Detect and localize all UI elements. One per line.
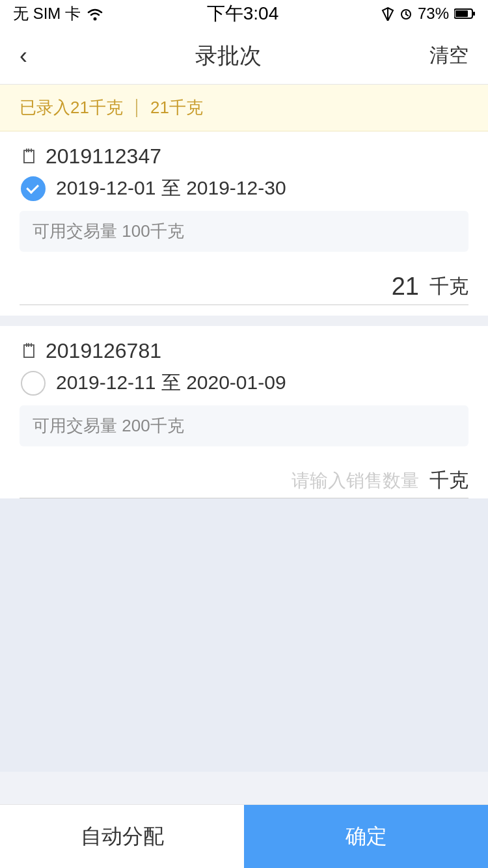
summary-bar: 已录入21千克 21千克 [0, 85, 488, 131]
summary-divider [136, 99, 137, 117]
sim-label: 无 SIM 卡 [13, 3, 81, 24]
batch-id-2: 2019126781 [46, 339, 161, 363]
status-right: 73% [381, 5, 475, 23]
clear-button[interactable]: 清空 [429, 42, 468, 69]
amount-underline-1 [20, 305, 468, 305]
batch-doc-icon-1: 🗒 [20, 146, 39, 168]
batch-date-1: 2019-12-01 至 2019-12-30 [56, 175, 286, 202]
status-left: 无 SIM 卡 [13, 3, 104, 24]
bottom-buttons: 自动分配 确定 [0, 804, 488, 868]
batch-radio-2[interactable] [21, 371, 46, 396]
batch-avail-2: 可用交易量 200千克 [20, 405, 468, 446]
amount-input-1[interactable] [315, 273, 419, 301]
back-button[interactable]: ‹ [20, 42, 27, 70]
amount-unit-1: 千克 [429, 273, 468, 300]
batch-date-row-1[interactable]: 2019-12-01 至 2019-12-30 [20, 175, 468, 202]
battery-icon [454, 8, 475, 20]
wifi-icon [86, 7, 104, 21]
batch-date-row-2[interactable]: 2019-12-11 至 2020-01-09 [20, 370, 468, 396]
page-title: 录批次 [195, 41, 262, 71]
batch-date-2: 2019-12-11 至 2020-01-09 [56, 370, 286, 396]
svg-line-3 [406, 14, 408, 16]
amount-unit-2: 千克 [429, 467, 468, 494]
batch-avail-1: 可用交易量 100千克 [20, 211, 468, 252]
battery-percent: 73% [418, 5, 449, 23]
batch-header-2: 🗒 2019126781 [20, 339, 468, 363]
amount-row-2: 千克 [0, 457, 488, 494]
status-time: 下午3:04 [207, 1, 279, 26]
batch-doc-icon-2: 🗒 [20, 340, 39, 362]
svg-rect-5 [473, 12, 475, 16]
auto-distribute-button[interactable]: 自动分配 [0, 805, 244, 868]
summary-recorded-label: 已录入21千克 [20, 96, 123, 119]
batch-item-2: 🗒 2019126781 2019-12-11 至 2020-01-09 可用交… [0, 326, 488, 498]
confirm-button[interactable]: 确定 [244, 805, 488, 868]
nav-bar: ‹ 录批次 清空 [0, 27, 488, 85]
amount-row-1: 千克 [0, 262, 488, 301]
svg-point-0 [94, 18, 97, 21]
batch-item-1: 🗒 2019112347 2019-12-01 至 2019-12-30 可用交… [0, 131, 488, 326]
summary-value: 21千克 [150, 96, 203, 119]
svg-rect-6 [455, 10, 468, 17]
status-bar: 无 SIM 卡 下午3:04 73% [0, 0, 488, 27]
section-separator-1 [0, 316, 488, 326]
location-icon [381, 7, 394, 21]
amount-input-2[interactable] [224, 470, 419, 491]
alarm-icon [400, 7, 413, 21]
batch-header-1: 🗒 2019112347 [20, 144, 468, 169]
batch-id-1: 2019112347 [46, 144, 161, 169]
batch-radio-1[interactable] [21, 176, 46, 201]
empty-area [0, 498, 488, 772]
